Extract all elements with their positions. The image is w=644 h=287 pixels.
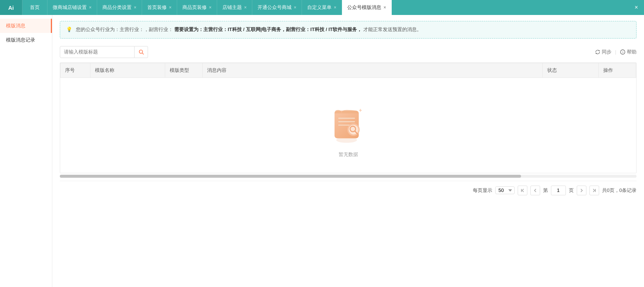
next-page-button[interactable]: [577, 186, 586, 195]
tab-close-icon[interactable]: ×: [383, 5, 386, 10]
tab-custom-menu[interactable]: 自定义菜单 ×: [302, 0, 342, 15]
tab-label: 自定义菜单: [307, 4, 332, 11]
notice-box: 💡 您的公众号行业为：主营行业：，副营行业： 需要设置为：主营行业：IT科技 /…: [60, 21, 637, 39]
col-header-type: 模版类型: [165, 63, 203, 77]
main-layout: 模版消息 模版消息记录 💡 您的公众号行业为：主营行业：，副营行业： 需要设置为…: [0, 15, 644, 287]
tab-label: 商品分类设置: [102, 4, 132, 11]
data-table: 序号 模版名称 模版类型 消息内容 状态 操作: [60, 63, 636, 173]
tab-label: 微商城店铺设置: [53, 4, 87, 11]
col-header-status: 状态: [543, 63, 599, 77]
sidebar: 模版消息 模版消息记录: [0, 15, 52, 287]
tab-product-page-decor[interactable]: 商品页装修 ×: [177, 0, 217, 15]
sync-icon: [595, 49, 600, 55]
tab-label: 开通公众号商城: [258, 4, 292, 11]
svg-text:?: ?: [622, 51, 624, 54]
empty-text: 暂无数据: [339, 151, 358, 158]
search-toolbar: 同步 | ? 帮助: [60, 46, 637, 58]
top-nav: Ai 首页 微商城店铺设置 × 商品分类设置 × 首页装修 × 商品页装修 × …: [0, 0, 644, 15]
search-icon: [139, 49, 144, 55]
first-page-button[interactable]: [518, 186, 527, 195]
tab-label: 公众号模版消息: [347, 4, 381, 11]
sync-button[interactable]: 同步: [595, 49, 611, 55]
page-size-select[interactable]: 50 10 20 100: [495, 186, 515, 194]
page-number-input[interactable]: [551, 186, 566, 195]
main-content: 💡 您的公众号行业为：主营行业：，副营行业： 需要设置为：主营行业：IT科技 /…: [52, 15, 644, 287]
tab-store-theme[interactable]: 店铺主题 ×: [217, 0, 252, 15]
col-header-action: 操作: [599, 63, 636, 77]
tab-home[interactable]: 首页: [22, 0, 47, 15]
scrollbar-thumb[interactable]: [60, 175, 521, 178]
help-label: 帮助: [627, 49, 637, 55]
tab-template-message[interactable]: 公众号模版消息 ×: [342, 0, 392, 15]
col-header-name: 模版名称: [90, 63, 165, 77]
col-header-content: 消息内容: [203, 63, 543, 77]
page-label: 第: [543, 187, 548, 194]
tab-label: 店铺主题: [222, 4, 242, 11]
global-close-button[interactable]: ×: [629, 4, 644, 11]
empty-state: 暂无数据: [61, 78, 636, 173]
help-button[interactable]: ? 帮助: [620, 49, 637, 55]
tab-close-icon[interactable]: ×: [209, 5, 212, 10]
tab-label: 首页装修: [147, 4, 167, 11]
last-page-icon: [592, 189, 596, 192]
tab-store-settings[interactable]: 微商城店铺设置 ×: [47, 0, 97, 15]
prev-page-button[interactable]: [530, 186, 540, 195]
page-size-label: 每页显示: [473, 187, 492, 194]
notice-text-suffix: 才能正常发送预置的消息。: [363, 27, 422, 32]
prev-page-icon: [533, 189, 537, 192]
app-logo: Ai: [0, 0, 22, 15]
sidebar-item-template-record[interactable]: 模版消息记录: [0, 33, 52, 47]
tab-open-mall[interactable]: 开通公众号商城 ×: [252, 0, 302, 15]
tab-label: 商品页装修: [182, 4, 207, 11]
tab-close-icon[interactable]: ×: [244, 5, 247, 10]
tab-product-category[interactable]: 商品分类设置 ×: [97, 0, 142, 15]
toolbar-divider: |: [615, 49, 616, 55]
tab-close-icon[interactable]: ×: [134, 5, 136, 10]
first-page-icon: [521, 189, 524, 192]
search-input[interactable]: [60, 46, 135, 58]
search-button[interactable]: [135, 46, 148, 58]
tab-close-icon[interactable]: ×: [334, 5, 336, 10]
tab-close-icon[interactable]: ×: [294, 5, 296, 10]
tab-close-icon[interactable]: ×: [169, 5, 172, 10]
sidebar-item-template-message[interactable]: 模版消息: [0, 19, 52, 33]
page-unit: 页: [569, 187, 574, 194]
next-page-icon: [580, 189, 583, 192]
notice-icon: 💡: [66, 27, 72, 32]
pagination: 每页显示 50 10 20 100 第 页: [60, 181, 637, 200]
tab-homepage-decor[interactable]: 首页装修 ×: [142, 0, 177, 15]
tab-close-icon[interactable]: ×: [89, 5, 92, 10]
sync-label: 同步: [602, 49, 611, 55]
help-icon: ?: [620, 49, 625, 55]
last-page-button[interactable]: [589, 186, 599, 195]
col-header-index: 序号: [61, 63, 90, 77]
empty-illustration: [326, 100, 371, 145]
horizontal-scrollbar[interactable]: [60, 175, 637, 178]
notice-text-prefix: 您的公众号行业为：主营行业：，副营行业：: [76, 27, 173, 32]
tab-home-label: 首页: [30, 4, 40, 11]
notice-highlight: 需要设置为：主营行业：IT科技 / 互联网|电子商务，副营行业：IT科技 / I…: [174, 27, 362, 32]
toolbar-right: 同步 | ? 帮助: [595, 49, 637, 55]
data-table-wrapper: 序号 模版名称 模版类型 消息内容 状态 操作: [60, 62, 637, 173]
total-text: 共0页，0条记录: [602, 187, 637, 194]
svg-line-1: [142, 53, 144, 54]
